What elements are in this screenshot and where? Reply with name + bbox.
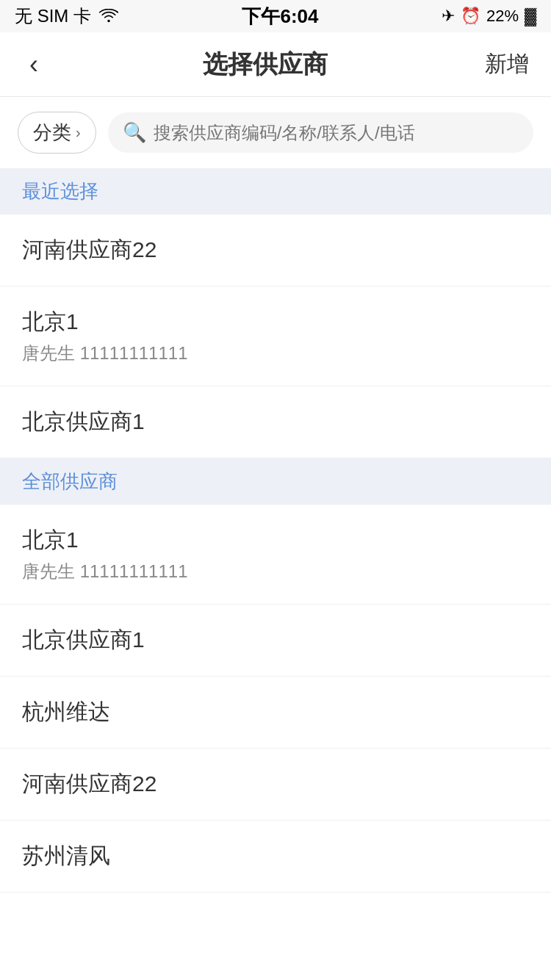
item-sub: 唐先生 11111111111	[22, 342, 529, 365]
item-name: 杭州维达	[22, 697, 529, 727]
category-button[interactable]: 分类 ›	[18, 112, 96, 154]
item-name: 北京供应商1	[22, 625, 529, 655]
page-title: 选择供应商	[203, 48, 328, 82]
nav-bar: ‹ 选择供应商 新增	[0, 32, 551, 97]
all-section-header: 全部供应商	[0, 458, 551, 505]
item-name: 河南供应商22	[22, 769, 529, 799]
all-items-list: 北京1唐先生 11111111111北京供应商1杭州维达河南供应商22苏州清风	[0, 505, 551, 893]
item-name: 北京1	[22, 525, 529, 555]
item-name: 河南供应商22	[22, 235, 529, 265]
list-item[interactable]: 北京供应商1	[0, 386, 551, 458]
search-icon: 🔍	[123, 121, 146, 144]
location-icon: ✈	[442, 7, 455, 26]
sim-status: 无 SIM 卡	[15, 4, 91, 28]
list-item[interactable]: 苏州清风	[0, 821, 551, 893]
list-item[interactable]: 北京1唐先生 11111111111	[0, 287, 551, 386]
wifi-icon	[98, 9, 119, 24]
battery-icon: ▓	[525, 7, 536, 26]
item-name: 北京供应商1	[22, 407, 529, 437]
status-time: 下午6:04	[242, 4, 318, 29]
list-item[interactable]: 河南供应商22	[0, 749, 551, 821]
back-button[interactable]: ‹	[22, 42, 46, 87]
status-right: ✈ ⏰ 22% ▓	[442, 7, 536, 26]
add-button[interactable]: 新增	[485, 49, 529, 79]
list-item[interactable]: 北京1唐先生 11111111111	[0, 505, 551, 605]
recent-items-list: 河南供应商22北京1唐先生 11111111111北京供应商1	[0, 215, 551, 458]
search-input[interactable]	[154, 123, 519, 143]
item-sub: 唐先生 11111111111	[22, 560, 529, 583]
list-item[interactable]: 北京供应商1	[0, 605, 551, 677]
alarm-icon: ⏰	[461, 7, 480, 26]
status-bar: 无 SIM 卡 下午6:04 ✈ ⏰ 22% ▓	[0, 0, 551, 32]
category-label: 分类	[33, 120, 71, 145]
search-box[interactable]: 🔍	[108, 112, 533, 153]
filter-row: 分类 › 🔍	[0, 97, 551, 168]
item-name: 苏州清风	[22, 841, 529, 871]
all-section-label: 全部供应商	[22, 470, 118, 492]
recent-section-header: 最近选择	[0, 168, 551, 215]
chevron-right-icon: ›	[76, 124, 81, 141]
item-name: 北京1	[22, 307, 529, 337]
recent-section-label: 最近选择	[22, 180, 98, 202]
battery-percent: 22%	[486, 7, 519, 26]
status-left: 无 SIM 卡	[15, 4, 119, 28]
list-item[interactable]: 河南供应商22	[0, 215, 551, 287]
list-item[interactable]: 杭州维达	[0, 677, 551, 749]
